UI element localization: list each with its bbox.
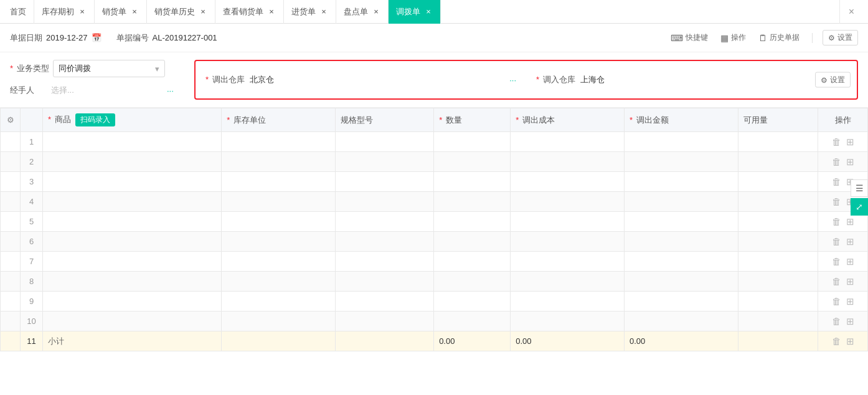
row-amount-cell[interactable] — [624, 292, 738, 312]
tab-sales-history[interactable]: 销货单历史 × — [147, 0, 215, 24]
row-unit-cell[interactable] — [222, 312, 336, 331]
row-cost-cell[interactable] — [511, 212, 625, 232]
delete-icon[interactable]: 🗑 — [832, 176, 841, 187]
tab-close-stocktake[interactable]: × — [372, 7, 380, 16]
row-product-cell[interactable] — [43, 232, 222, 252]
delete-icon[interactable]: 🗑 — [832, 256, 841, 267]
row-amount-cell[interactable] — [624, 312, 738, 331]
row-qty-cell[interactable] — [434, 212, 511, 232]
copy-icon[interactable]: ⊞ — [846, 216, 854, 227]
tab-close-view-sales[interactable]: × — [267, 7, 276, 16]
row-unit-cell[interactable] — [222, 252, 336, 272]
settings-btn[interactable]: ⚙ 设置 — [823, 30, 858, 45]
shortcut-btn[interactable]: ⌨ 快捷键 — [668, 31, 710, 44]
row-available-cell[interactable] — [738, 152, 818, 172]
row-product-cell[interactable] — [43, 272, 222, 292]
scan-barcode-button[interactable]: 扫码录入 — [75, 113, 115, 126]
row-product-cell[interactable] — [43, 252, 222, 272]
warehouse-out-more-icon[interactable]: ··· — [509, 75, 516, 85]
copy-icon[interactable]: ⊞ — [846, 316, 854, 327]
row-unit-cell[interactable] — [222, 172, 336, 192]
row-amount-cell[interactable] — [624, 212, 738, 232]
row-qty-cell[interactable] — [434, 312, 511, 331]
tab-inventory-init[interactable]: 库存期初 × — [34, 0, 95, 24]
row-spec-cell[interactable] — [335, 132, 433, 152]
row-unit-cell[interactable] — [222, 132, 336, 152]
row-cost-cell[interactable] — [511, 172, 625, 192]
tab-close-purchase-order[interactable]: × — [319, 7, 328, 16]
row-available-cell[interactable] — [738, 192, 818, 212]
warehouse-settings-btn[interactable]: ⚙ 设置 — [815, 72, 851, 88]
row-available-cell[interactable] — [738, 172, 818, 192]
tab-close-sales-history[interactable]: × — [199, 7, 207, 16]
delete-icon[interactable]: 🗑 — [832, 196, 841, 207]
row-amount-cell[interactable] — [624, 232, 738, 252]
copy-icon[interactable]: ⊞ — [846, 296, 854, 307]
row-product-cell[interactable] — [43, 132, 222, 152]
row-amount-cell[interactable] — [624, 152, 738, 172]
tab-purchase-order[interactable]: 进货单 × — [284, 0, 336, 24]
row-unit-cell[interactable] — [222, 272, 336, 292]
copy-icon[interactable]: ⊞ — [846, 336, 854, 347]
row-cost-cell[interactable] — [511, 192, 625, 212]
row-cost-cell[interactable] — [511, 292, 625, 312]
tab-sales-order[interactable]: 销货单 × — [95, 0, 147, 24]
row-qty-cell[interactable] — [434, 252, 511, 272]
calendar-icon[interactable]: 📅 — [92, 33, 101, 42]
tab-home[interactable]: 首页 — [5, 0, 34, 24]
copy-icon[interactable]: ⊞ — [846, 236, 854, 247]
row-qty-cell[interactable] — [434, 152, 511, 172]
tab-view-sales[interactable]: 查看销货单 × — [215, 0, 284, 24]
row-cost-cell[interactable] — [511, 312, 625, 331]
row-amount-cell[interactable] — [624, 252, 738, 272]
tab-transfer[interactable]: 调拨单 × — [389, 0, 441, 24]
row-qty-cell[interactable] — [434, 172, 511, 192]
row-spec-cell[interactable] — [335, 292, 433, 312]
row-available-cell[interactable] — [738, 132, 818, 152]
operation-btn[interactable]: ▦ 操作 — [718, 31, 748, 44]
delete-icon[interactable]: 🗑 — [832, 136, 841, 147]
delete-icon[interactable]: 🗑 — [832, 216, 841, 227]
row-unit-cell[interactable] — [222, 212, 336, 232]
copy-icon[interactable]: ⊞ — [846, 136, 854, 148]
row-available-cell[interactable] — [738, 292, 818, 312]
delete-icon[interactable]: 🗑 — [832, 336, 841, 346]
tab-close-inventory-init[interactable]: × — [78, 7, 87, 16]
row-product-cell[interactable] — [43, 292, 222, 312]
delete-icon[interactable]: 🗑 — [832, 236, 841, 247]
row-spec-cell[interactable] — [335, 272, 433, 292]
tab-close-sales-order[interactable]: × — [130, 7, 139, 16]
row-amount-cell[interactable] — [624, 192, 738, 212]
delete-icon[interactable]: 🗑 — [832, 296, 841, 307]
business-type-select[interactable]: 同价调拨 ▾ — [53, 60, 165, 77]
side-expand-btn[interactable]: ⤢ — [851, 198, 868, 216]
row-product-cell[interactable] — [43, 192, 222, 212]
row-amount-cell[interactable] — [624, 132, 738, 152]
delete-icon[interactable]: 🗑 — [832, 156, 841, 167]
copy-icon[interactable]: ⊞ — [846, 256, 854, 267]
row-unit-cell[interactable] — [222, 152, 336, 172]
row-cost-cell[interactable] — [511, 132, 625, 152]
row-cost-cell[interactable] — [511, 152, 625, 172]
row-qty-cell[interactable] — [434, 192, 511, 212]
row-available-cell[interactable] — [738, 252, 818, 272]
delete-icon[interactable]: 🗑 — [832, 316, 841, 326]
row-available-cell[interactable] — [738, 212, 818, 232]
side-list-btn[interactable]: ☰ — [851, 179, 868, 197]
row-spec-cell[interactable] — [335, 212, 433, 232]
copy-icon[interactable]: ⊞ — [846, 276, 854, 287]
row-unit-cell[interactable] — [222, 192, 336, 212]
row-qty-cell[interactable] — [434, 292, 511, 312]
row-spec-cell[interactable] — [335, 232, 433, 252]
history-btn[interactable]: 🗒 历史单据 — [756, 31, 802, 44]
row-available-cell[interactable] — [738, 272, 818, 292]
row-cost-cell[interactable] — [511, 272, 625, 292]
row-amount-cell[interactable] — [624, 172, 738, 192]
tab-stocktake[interactable]: 盘点单 × — [336, 0, 389, 24]
row-spec-cell[interactable] — [335, 172, 433, 192]
row-unit-cell[interactable] — [222, 292, 336, 312]
row-available-cell[interactable] — [738, 312, 818, 331]
delete-icon[interactable]: 🗑 — [832, 276, 841, 287]
tab-close-transfer[interactable]: × — [424, 7, 433, 16]
row-cost-cell[interactable] — [511, 252, 625, 272]
